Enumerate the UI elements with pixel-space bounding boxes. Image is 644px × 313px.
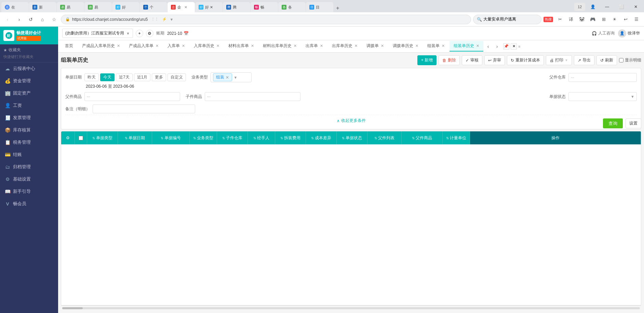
browser-tab-8[interactable]: 好 好 ✕ [195,2,223,12]
favorites-section[interactable]: ★ 收藏夹 快捷键打开收藏夹 [0,44,58,62]
sidebar-item-finance[interactable]: 💰 资金管理 [0,75,58,87]
tab-transfer-history[interactable]: 调拨单历史 ✕ [389,41,422,52]
sidebar-item-guide[interactable]: 📖 新手引导 [0,185,58,198]
window-minimize-btn[interactable]: — [600,1,614,12]
sidebar-item-invoice[interactable]: 🧾 发票管理 [0,112,58,124]
tab-out-order-history[interactable]: 出库单历史 ✕ [328,41,362,52]
grid-btn[interactable]: ⊞ [599,15,608,24]
user-area[interactable]: 👤 徐泽华 [618,29,640,38]
show-detail-checkbox[interactable] [619,58,623,62]
tab-close-icon[interactable]: ✕ [415,44,418,48]
sidebar-item-tax[interactable]: 📋 税务管理 [0,136,58,148]
sidebar-item-payroll[interactable]: 👤 工资 [0,99,58,112]
sidebar-item-inventory[interactable]: 📦 库存核算 [0,124,58,136]
th-handler[interactable]: ⇅ 经手人 [248,131,275,144]
audit-btn[interactable]: ✓ 审核 [462,55,482,65]
browser-tab-1[interactable]: 在 在 [1,2,29,12]
tab-close-icon[interactable]: ✕ [354,44,358,48]
sidebar-item-member[interactable]: V 畅会员 [0,198,58,210]
th-doc-date[interactable]: ⇅ 单据日期 [118,131,152,144]
tab-home[interactable]: 首页 [61,41,77,52]
sun-btn[interactable]: ☀ [610,15,619,24]
game-btn[interactable]: 🎮 [588,15,598,24]
print-btn[interactable]: 🖨 打印 ▼ [546,55,572,65]
undo-btn[interactable]: ↩ [621,15,630,24]
horizontal-scrollbar[interactable] [61,305,641,310]
parent-warehouse-more-icon[interactable]: ··· [571,75,574,80]
forward-btn[interactable]: › [14,15,24,24]
sidebar-item-checkout[interactable]: 💳 结账 [0,148,58,161]
th-settings[interactable]: ⚙ [61,131,75,144]
recalculate-btn[interactable]: ↻ 重新计算成本 [507,55,544,65]
query-btn[interactable]: 查询 [603,118,623,128]
browser-tab-close[interactable]: ✕ [184,5,187,10]
back-btn[interactable]: ‹ [3,15,12,24]
tab-close-icon[interactable]: ✕ [117,44,120,48]
tab-close-icon[interactable]: ✕ [294,44,297,48]
browser-tab-9[interactable]: 腾 腾 [223,2,250,12]
tab-scroll-right-btn[interactable]: › [493,42,501,51]
yesterday-btn[interactable]: 昨天 [84,73,99,81]
today-btn[interactable]: 今天 [100,73,115,81]
tab-in-order[interactable]: 入库单 ✕ [163,41,189,52]
browser-tab-2[interactable]: 新 新 [29,2,56,12]
th-unit[interactable]: ⇅ 计量单位 [443,131,470,144]
tab-close-icon[interactable]: ✕ [251,44,254,48]
browser-tab-12[interactable]: 目 目 [306,2,333,12]
panda-btn[interactable]: 🐼 [577,15,587,24]
custom-date-btn[interactable]: 自定义 [167,73,186,81]
th-doc-num[interactable]: ⇅ 单据编号 [152,131,190,144]
tab-transfer[interactable]: 调拨单 ✕ [362,41,388,52]
tab-close-icon[interactable]: ✕ [381,44,384,48]
th-parent-list[interactable]: ⇅ 父件列表 [367,131,402,144]
tab-production-in-history[interactable]: 产成品入库单历史 ✕ [78,41,124,52]
tab-more-icon[interactable]: ≡ [518,44,520,48]
th-doc-type[interactable]: ⇅ 单据类型 [87,131,118,144]
th-parent-goods[interactable]: ⇅ 父件商品 [402,131,443,144]
th-biz-type[interactable]: ⇅ 业务类型 [190,131,217,144]
tab-assembly-history[interactable]: 组装单历史 ✕ [450,41,483,52]
new-btn[interactable]: + 新增 [417,55,437,65]
browser-tab-active[interactable]: 企 企 ✕ [167,2,195,12]
biz-type-dropdown-icon[interactable]: ▼ [233,75,237,80]
window-profile-btn[interactable]: 👤 [586,1,600,12]
browser-tab-11[interactable]: 各 各 [278,2,306,12]
browser-tab-3[interactable]: 易 易 [57,2,84,12]
parent-goods-more-icon[interactable]: ··· [87,94,90,99]
company-selector[interactable]: (勿删勿禁用）江西服宝测试专用 ▼ [62,29,133,38]
tab-out-order[interactable]: 出库单 ✕ [301,41,327,52]
status-dropdown-icon[interactable]: ▼ [631,95,634,99]
tab-material-out-history[interactable]: 材料出库单历史 ✕ [259,41,301,52]
window-maximize-btn[interactable]: ⬜ [615,1,628,12]
sidebar-item-cloud-report[interactable]: ☁ 云报表中心 [0,62,58,75]
export-btn[interactable]: ↗ 导出 [574,55,594,65]
tab-pin-btn[interactable]: 📌 [503,43,509,49]
more-date-btn[interactable]: 更多 [152,73,166,81]
refresh-btn[interactable]: ↺ [26,15,36,24]
tab-close-icon[interactable]: ✕ [442,44,445,48]
browser-tab-10[interactable]: 畅 畅 [251,2,278,12]
scissors-btn[interactable]: ✂ [555,15,565,24]
tab-close-icon[interactable]: ✕ [182,44,185,48]
sidebar-item-settings[interactable]: ⚙ 基础设置 [0,173,58,185]
browser-tab-4[interactable]: 易 易 [84,2,112,12]
scrollbar-thumb[interactable] [62,307,83,309]
th-checkbox[interactable] [75,131,87,144]
tab-close-icon[interactable]: ✕ [156,44,159,48]
tab-close-icon[interactable]: ✕ [320,44,323,48]
home-btn[interactable]: ⌂ [38,15,47,24]
show-detail-checkbox-label[interactable]: 显示明细 [619,57,641,63]
refresh-btn[interactable]: ↺ 刷新 [596,55,617,65]
window-close-btn[interactable]: ✕ [629,1,643,12]
tab-material-out[interactable]: 材料出库单 ✕ [224,41,258,52]
note-input[interactable] [93,104,195,113]
translate-btn[interactable]: 译 [566,15,576,24]
settings-company-btn[interactable]: ⚙ [146,30,153,37]
sidebar-item-fixed-assets[interactable]: 🏢 固定资产 [0,87,58,99]
url-expand-icon[interactable]: ▼ [170,17,173,22]
tab-in-order-history[interactable]: 入库单历史 ✕ [190,41,224,52]
filter-settings-btn[interactable]: 设置 [626,118,641,128]
th-cost-diff[interactable]: ⇅ 成本差异 [306,131,337,144]
bookmark-btn[interactable]: ☆ [49,15,59,24]
search-box[interactable]: 🔍 大量安卓用户逃离 [473,15,541,24]
